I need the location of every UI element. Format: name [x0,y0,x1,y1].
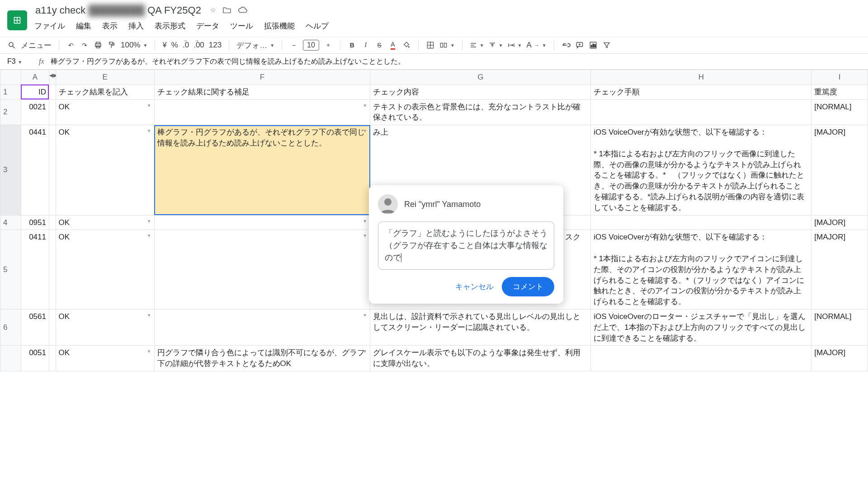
move-folder-icon[interactable] [222,6,231,15]
cell[interactable]: [NORMAL] [811,99,868,125]
cell[interactable] [591,346,811,371]
column-header-I[interactable]: I [811,70,868,85]
sheets-app-icon[interactable] [7,10,27,30]
comment-cancel-button[interactable]: キャンセル [455,282,494,292]
strikethrough-icon[interactable]: S [375,41,384,50]
cell[interactable]: [MAJOR] [811,215,868,230]
cell[interactable]: 0411 [21,230,49,310]
cell[interactable]: チェック内容 [370,84,591,99]
cell[interactable]: ▼ [154,230,370,310]
column-header-A[interactable]: A [21,70,49,85]
menus-search[interactable]: メニュー [21,40,52,51]
cell[interactable]: [NORMAL] [811,309,868,345]
bold-icon[interactable]: B [348,41,357,50]
cell[interactable]: OK▼ [56,309,154,345]
font-size-input[interactable]: 10 [303,40,319,51]
cell[interactable]: [MAJOR] [811,230,868,310]
increase-decimal[interactable]: →.00 [193,41,204,50]
font-size-increase[interactable]: ＋ [324,41,333,50]
menu-extensions[interactable]: 拡張機能 [263,20,296,32]
cloud-status-icon[interactable] [238,6,248,15]
font-family-select[interactable]: デフォ…▼ [236,40,274,51]
number-format-123[interactable]: 123 [209,41,222,50]
cell[interactable]: OK▼ [56,346,154,371]
row-header[interactable]: 1 [0,84,21,99]
cell[interactable] [49,125,56,215]
chevron-down-icon[interactable]: ▼ [147,312,151,319]
text-rotation-icon[interactable]: A→▼ [527,41,547,50]
currency-format[interactable]: ¥ [162,41,166,50]
chevron-down-icon[interactable]: ▼ [363,103,367,109]
filter-icon[interactable] [602,41,611,50]
cell[interactable] [591,215,811,230]
formula-input[interactable]: 棒グラフ・円グラフがあるが、それぞれグラフ下の表で同じ情報を読み上げるため読み上… [51,57,863,66]
cell[interactable]: 0051 [21,346,49,371]
cell[interactable]: iOS VoiceOverのローター・ジェスチャーで「見出し」を選んだ上で、1本… [591,309,811,345]
row-header[interactable] [0,346,21,371]
cell[interactable]: OK▼ [56,215,154,230]
horizontal-align-icon[interactable]: ▼ [470,42,484,48]
merge-cells-icon[interactable]: ▼ [439,41,455,49]
chevron-down-icon[interactable]: ▼ [363,233,367,239]
decrease-decimal[interactable]: ←.0 [183,41,189,50]
cell[interactable]: ▼ [154,99,370,125]
chevron-down-icon[interactable]: ▼ [147,218,151,225]
cell[interactable]: OK▼ [56,99,154,125]
cell[interactable]: 0561 [21,309,49,345]
select-all-corner[interactable] [0,70,21,85]
font-size-decrease[interactable]: − [289,41,298,50]
column-header-G[interactable]: G [370,70,591,85]
cell[interactable] [49,230,56,310]
column-header-E[interactable]: E [56,70,154,85]
menu-file[interactable]: ファイル [33,20,66,32]
cell[interactable]: ▼ [154,215,370,230]
fill-color-icon[interactable] [402,41,411,50]
search-icon[interactable] [7,41,16,50]
cell[interactable]: [MAJOR] [811,125,868,215]
text-wrap-icon[interactable]: ▼ [508,42,522,48]
doc-title[interactable]: a11y check ████████ QA FY25Q2 [33,4,204,17]
menu-format[interactable]: 表示形式 [154,20,186,32]
cell[interactable] [49,99,56,125]
redo-icon[interactable]: ↷ [80,41,89,50]
borders-icon[interactable] [426,41,435,50]
columns-collapsed-indicator[interactable]: ◂▸ [49,70,56,85]
cell[interactable]: OK▼ [56,125,154,215]
text-color-icon[interactable]: A [388,41,397,50]
cell[interactable]: 重篤度 [811,84,868,99]
percent-format[interactable]: % [171,41,178,50]
undo-icon[interactable]: ↶ [66,41,75,50]
insert-link-icon[interactable] [561,41,571,50]
cell[interactable]: チェック結果を記入 [56,84,154,99]
vertical-align-icon[interactable]: ▼ [489,42,503,48]
cell[interactable]: [MAJOR] [811,346,868,371]
cell[interactable] [49,309,56,345]
cell[interactable]: 0441 [21,125,49,215]
row-header[interactable]: 3 [0,125,21,215]
chevron-down-icon[interactable]: ▼ [147,233,151,239]
chevron-down-icon[interactable]: ▼ [147,103,151,109]
cell[interactable]: 0021 [21,99,49,125]
menu-insert[interactable]: 挿入 [127,20,145,32]
chevron-down-icon[interactable]: ▼ [147,128,151,134]
cell[interactable] [49,84,56,99]
menu-help[interactable]: ヘルプ [305,20,330,32]
cell[interactable]: iOS VoiceOverが有効な状態で、以下を確認する：* 1本指による右およ… [591,230,811,310]
column-header-F[interactable]: F [154,70,370,85]
chevron-down-icon[interactable]: ▼ [363,218,367,225]
cell[interactable] [49,215,56,230]
row-header[interactable]: 5 [0,230,21,310]
menu-data[interactable]: データ [195,20,220,32]
chevron-down-icon[interactable]: ▼ [363,312,367,319]
chevron-down-icon[interactable]: ▼ [147,348,151,355]
cell[interactable]: OK▼ [56,230,154,310]
row-header[interactable]: 2 [0,99,21,125]
cell[interactable] [591,99,811,125]
chevron-down-icon[interactable]: ▼ [363,128,367,134]
italic-icon[interactable]: I [361,41,370,50]
insert-comment-icon[interactable] [575,41,584,50]
chevron-down-icon[interactable]: ▼ [363,348,367,355]
insert-chart-icon[interactable] [589,41,598,50]
row-header[interactable]: 4 [0,215,21,230]
print-icon[interactable] [94,41,103,50]
